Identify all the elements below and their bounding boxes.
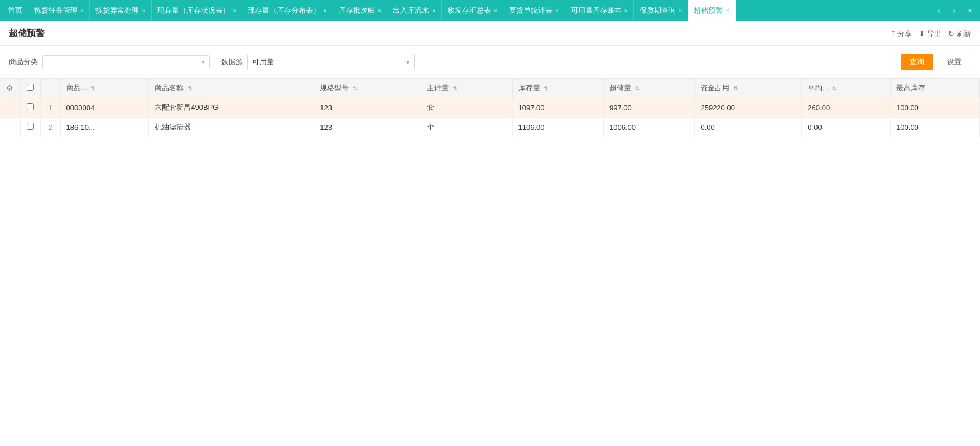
row-number: 1 xyxy=(40,98,60,118)
column-product-name[interactable]: 商品名称 ⇅ xyxy=(149,79,314,98)
table-container: ⚙ 商品... ⇅ 商品名称 ⇅ 规格型号 xyxy=(0,78,980,137)
column-max-stock: 最高库存 xyxy=(891,79,980,98)
refresh-button[interactable]: ↻ 刷新 xyxy=(948,29,971,39)
page-header: 超储预警 ⤴ 分享 ⬇ 导出 ↻ 刷新 xyxy=(0,21,980,46)
column-checkbox xyxy=(20,79,40,98)
close-icon[interactable]: × xyxy=(555,7,559,14)
column-gear[interactable]: ⚙ xyxy=(0,79,20,98)
sort-icon: ⇅ xyxy=(832,85,837,91)
sort-icon: ⇅ xyxy=(635,85,640,91)
nav-tab-usable-account[interactable]: 可用量库存账本 × xyxy=(565,0,634,21)
row-spec: 123 xyxy=(314,98,421,118)
row-spec: 123 xyxy=(314,118,421,137)
column-avg[interactable]: 平均... ⇅ xyxy=(802,79,891,98)
row-checkbox[interactable] xyxy=(27,103,34,110)
filter-buttons: 查询 设置 xyxy=(901,54,971,70)
row-overstock: 1006.00 xyxy=(604,118,695,137)
row-number: 2 xyxy=(40,118,60,137)
column-product-code[interactable]: 商品... ⇅ xyxy=(60,79,149,98)
close-icon[interactable]: × xyxy=(494,7,497,14)
row-stock: 1097.00 xyxy=(512,98,603,118)
row-gear xyxy=(0,98,20,118)
column-spec[interactable]: 规格型号 ⇅ xyxy=(314,79,421,98)
row-checkbox-cell xyxy=(20,118,40,137)
row-avg: 260.00 xyxy=(802,98,891,118)
category-select[interactable]: ▾ xyxy=(42,55,210,69)
row-product-code: 0000004 xyxy=(60,98,149,118)
sort-icon: ⇅ xyxy=(188,85,192,91)
nav-tab-order-stat[interactable]: 要货单统计表 × xyxy=(503,0,565,21)
close-icon[interactable]: × xyxy=(142,7,145,14)
nav-tab-inventory-status[interactable]: 现存量（库存状况表） × xyxy=(152,0,242,21)
query-button[interactable]: 查询 xyxy=(901,54,933,70)
row-unit: 套 xyxy=(421,98,512,118)
row-avg: 0.00 xyxy=(802,118,891,137)
nav-arrow-right[interactable]: › xyxy=(947,0,962,21)
select-all-checkbox[interactable] xyxy=(27,84,34,91)
row-checkbox-cell xyxy=(20,98,40,118)
sort-icon: ⇅ xyxy=(353,85,357,91)
datasource-select[interactable]: 可用量 ▾ xyxy=(247,54,415,70)
close-icon[interactable]: × xyxy=(323,7,326,14)
close-icon[interactable]: × xyxy=(378,7,381,14)
column-capital[interactable]: 资金占用 ⇅ xyxy=(695,79,802,98)
column-unit[interactable]: 主计量 ⇅ xyxy=(421,79,512,98)
refresh-icon: ↻ xyxy=(948,30,954,38)
category-label: 商品分类 xyxy=(9,57,38,67)
close-icon[interactable]: × xyxy=(80,7,84,14)
table-row: 1 0000004 六配套新昌490BPG 123 套 1097.00 997.… xyxy=(0,98,980,118)
close-icon[interactable]: × xyxy=(624,7,628,14)
nav-tab-inventory-dist[interactable]: 现存量（库存分布表） × xyxy=(242,0,333,21)
row-capital: 259220.00 xyxy=(695,98,802,118)
row-checkbox[interactable] xyxy=(27,123,34,130)
row-max-stock: 100.00 xyxy=(891,118,980,137)
row-stock: 1106.00 xyxy=(512,118,603,137)
table-body: 1 0000004 六配套新昌490BPG 123 套 1097.00 997.… xyxy=(0,98,980,137)
nav-tab-abnormal[interactable]: 拣货异常处理 × xyxy=(90,0,151,21)
share-button[interactable]: ⤴ 分享 xyxy=(891,29,912,39)
nav-tab-task[interactable]: 拣货任务管理 × xyxy=(28,0,90,21)
nav-tab-inout[interactable]: 出入库流水 × xyxy=(387,0,441,21)
row-product-code: 186-10... xyxy=(60,118,149,137)
sort-icon: ⇅ xyxy=(733,85,738,91)
datasource-label: 数据源 xyxy=(221,57,243,67)
row-max-stock: 100.00 xyxy=(891,98,980,118)
nav-arrow-close[interactable]: × xyxy=(962,0,978,21)
nav-tab-batch[interactable]: 库存批次账 × xyxy=(333,0,387,21)
settings-button[interactable]: 设置 xyxy=(938,54,971,70)
chevron-down-icon: ▾ xyxy=(201,59,205,66)
filter-area: 商品分类 ▾ 数据源 可用量 ▾ 查询 设置 xyxy=(0,46,980,78)
close-icon[interactable]: × xyxy=(679,7,682,14)
column-stock[interactable]: 库存量 ⇅ xyxy=(512,79,603,98)
close-icon[interactable]: × xyxy=(233,7,236,14)
row-gear xyxy=(0,118,20,137)
row-overstock: 997.00 xyxy=(604,98,695,118)
data-table: ⚙ 商品... ⇅ 商品名称 ⇅ 规格型号 xyxy=(0,78,980,137)
row-unit: 个 xyxy=(421,118,512,137)
table-header-row: ⚙ 商品... ⇅ 商品名称 ⇅ 规格型号 xyxy=(0,79,980,98)
top-navigation: 首页 拣货任务管理 × 拣货异常处理 × 现存量（库存状况表） × 现存量（库存… xyxy=(0,0,980,21)
close-icon[interactable]: × xyxy=(432,7,435,14)
nav-arrows: ‹ › × xyxy=(931,0,978,21)
row-capital: 0.00 xyxy=(695,118,802,137)
datasource-select-value: 可用量 xyxy=(252,57,274,67)
column-overstock[interactable]: 超储量 ⇅ xyxy=(604,79,695,98)
nav-tab-collect[interactable]: 收发存汇总表 × xyxy=(442,0,503,21)
sort-icon: ⇅ xyxy=(544,85,548,91)
export-button[interactable]: ⬇ 导出 xyxy=(919,29,941,39)
row-product-name: 机油滤清器 xyxy=(149,118,314,137)
sort-icon: ⇅ xyxy=(90,85,95,91)
nav-tab-quality[interactable]: 保质期查询 × xyxy=(634,0,688,21)
page-content: 超储预警 ⤴ 分享 ⬇ 导出 ↻ 刷新 商品分类 ▾ 数据源 xyxy=(0,21,980,446)
nav-tab-overstock[interactable]: 超储预警 × xyxy=(688,0,735,21)
nav-arrow-left[interactable]: ‹ xyxy=(931,0,947,21)
nav-tab-home[interactable]: 首页 xyxy=(2,0,28,21)
datasource-filter: 数据源 可用量 ▾ xyxy=(221,54,415,70)
gear-icon[interactable]: ⚙ xyxy=(6,84,13,93)
table-row: 2 186-10... 机油滤清器 123 个 1106.00 1006.00 … xyxy=(0,118,980,137)
chevron-down-icon: ▾ xyxy=(406,59,410,66)
column-rownum xyxy=(40,79,60,98)
close-icon[interactable]: × xyxy=(726,7,729,14)
sort-icon: ⇅ xyxy=(453,85,457,91)
category-filter: 商品分类 ▾ xyxy=(9,55,210,69)
